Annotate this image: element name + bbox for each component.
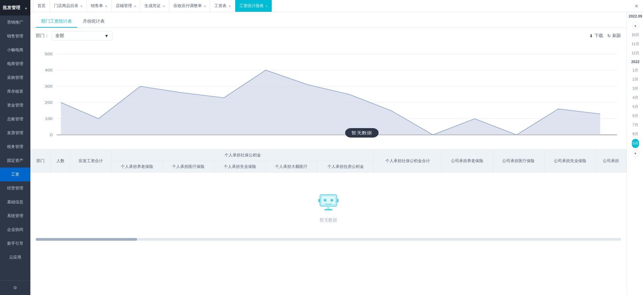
sidebar-item-ledger[interactable]: 总账管理 bbox=[0, 112, 30, 126]
empty-icon bbox=[315, 186, 342, 213]
sub-tab-dept-stats[interactable]: 部门工资统计表 bbox=[36, 16, 77, 28]
tab-label-store-manage: 店铺管理 bbox=[116, 3, 132, 9]
svg-text:500: 500 bbox=[45, 52, 53, 56]
timeline-item-3[interactable]: 3月 bbox=[630, 84, 640, 93]
sidebar-arrow: ▲ bbox=[24, 6, 28, 10]
sidebar-item-cloud[interactable]: 云应用 bbox=[0, 250, 30, 264]
sidebar-item-ecommerce-small[interactable]: 小畅电商 bbox=[0, 43, 30, 57]
sidebar-item-sales[interactable]: 销售管理 bbox=[0, 29, 30, 43]
scrollbar-thumb bbox=[36, 238, 137, 241]
tab-sales-order[interactable]: 销售单× bbox=[87, 0, 111, 12]
timeline-up-button[interactable]: ▲ bbox=[632, 22, 639, 29]
col-company-unemploy: 公司承担失业保险 bbox=[544, 150, 596, 173]
timeline-item-12[interactable]: 12月 bbox=[630, 49, 640, 58]
sub-tabs: 部门工资统计表月份统计表 bbox=[30, 12, 626, 28]
tab-store-manage[interactable]: 店铺管理× bbox=[112, 0, 140, 12]
svg-text:暂无数据: 暂无数据 bbox=[351, 130, 372, 135]
timeline-year-label: 2022.09 bbox=[628, 12, 643, 20]
tab-close-ar-ap-adjust[interactable]: × bbox=[204, 4, 206, 8]
refresh-icon: ↻ bbox=[607, 33, 611, 38]
sidebar-item-marketing[interactable]: 营销推广 bbox=[0, 16, 30, 29]
tab-home[interactable]: 首页 bbox=[33, 0, 50, 12]
content-area: 部门工资统计表月份统计表 部门： 全部 ▼ ⬇ 下载 bbox=[30, 12, 644, 295]
empty-label: 暂无数据 bbox=[320, 217, 337, 223]
tab-close-payroll[interactable]: × bbox=[229, 4, 231, 8]
timeline-item-2022[interactable]: 2022 bbox=[630, 58, 640, 66]
sidebar-title: 批发管理 bbox=[3, 5, 20, 11]
timeline-item-4[interactable]: 4月 bbox=[630, 93, 640, 102]
refresh-label: 刷新 bbox=[612, 33, 621, 39]
sidebar-item-ecommerce[interactable]: 电商管理 bbox=[0, 57, 30, 71]
sidebar-header[interactable]: 批发管理 ▲ bbox=[0, 0, 30, 16]
sidebar-item-funds[interactable]: 资金管理 bbox=[0, 98, 30, 112]
toolbar: 部门： 全部 ▼ ⬇ 下载 ↻ 刷新 bbox=[30, 28, 626, 44]
tab-payroll[interactable]: 工资表× bbox=[210, 0, 235, 12]
timeline-item-11[interactable]: 11月 bbox=[630, 39, 640, 49]
tabs-container: 首页门店商品目录×销售单×店铺管理×生成凭证×应收应付调整单×工资表×工资统计报… bbox=[33, 0, 272, 12]
timeline-items-container: 10月11月12月20221月2月3月4月5月6月7月8月9月 bbox=[630, 30, 640, 148]
timeline-item-7[interactable]: 7月 bbox=[630, 120, 640, 129]
dept-select-value: 全部 bbox=[55, 33, 64, 39]
settings-icon: ⚙ bbox=[13, 285, 17, 290]
toolbar-left: 部门： 全部 ▼ bbox=[36, 31, 112, 40]
horizontal-scrollbar[interactable] bbox=[36, 238, 621, 241]
main-area: 首页门店商品目录×销售单×店铺管理×生成凭证×应收应付调整单×工资表×工资统计报… bbox=[30, 0, 644, 295]
settings-button[interactable]: ⚙ bbox=[0, 280, 30, 295]
tab-salary-report[interactable]: 工资统计报表× bbox=[235, 0, 272, 12]
sidebar-item-salary[interactable]: 工资 bbox=[0, 168, 30, 181]
tab-label-sales-order: 销售单 bbox=[91, 3, 103, 9]
sidebar-item-purchase[interactable]: 采购管理 bbox=[0, 71, 30, 85]
dept-label: 部门： bbox=[36, 33, 49, 39]
svg-text:100: 100 bbox=[45, 117, 53, 121]
chart-area: 500 400 300 200 100 0 暂无数据 bbox=[30, 44, 626, 149]
table-area[interactable]: 部门 人数 应发工资合计 个人承担社保公积金 个人承担社保公积金合计 公司承担养… bbox=[30, 149, 626, 295]
sidebar-item-management[interactable]: 经营管理 bbox=[0, 181, 30, 195]
sub-tab-month-stats[interactable]: 月份统计表 bbox=[77, 16, 110, 28]
col-total-wage: 应发工资合计 bbox=[70, 150, 111, 173]
sidebar-item-fixed-assets[interactable]: 固定资产 bbox=[0, 154, 30, 168]
sidebar-item-invoice[interactable]: 发票管理 bbox=[0, 126, 30, 140]
tab-ar-ap-adjust[interactable]: 应收应付调整单× bbox=[169, 0, 210, 12]
svg-rect-21 bbox=[318, 199, 320, 202]
sidebar-item-basic-info[interactable]: 基础信息 bbox=[0, 195, 30, 209]
chevron-down-icon: ▼ bbox=[104, 33, 109, 38]
col-personal-pension: 个人承担养老保险 bbox=[111, 161, 163, 173]
tab-close-store-catalog[interactable]: × bbox=[80, 4, 82, 8]
tab-close-sales-order[interactable]: × bbox=[105, 4, 107, 8]
timeline-item-10[interactable]: 10月 bbox=[630, 30, 640, 39]
svg-point-17 bbox=[324, 199, 326, 202]
tab-bar: 首页门店商品目录×销售单×店铺管理×生成凭证×应收应付调整单×工资表×工资统计报… bbox=[30, 0, 644, 12]
col-company-pension: 公司承担养老保险 bbox=[441, 150, 493, 173]
timeline-item-8[interactable]: 8月 bbox=[630, 129, 640, 139]
svg-text:200: 200 bbox=[45, 100, 53, 105]
sidebar-item-inventory[interactable]: 库存核算 bbox=[0, 85, 30, 98]
dept-select[interactable]: 全部 ▼ bbox=[52, 31, 112, 40]
sidebar-item-tax[interactable]: 税务管理 bbox=[0, 140, 30, 154]
col-personal-social-total: 个人承担社保公积金合计 bbox=[374, 150, 441, 173]
tab-voucher[interactable]: 生成凭证× bbox=[140, 0, 169, 12]
sidebar: 批发管理 ▲ 营销推广销售管理小畅电商电商管理采购管理库存核算资金管理总账管理发… bbox=[0, 0, 30, 295]
download-icon: ⬇ bbox=[589, 33, 593, 38]
timeline-item-2[interactable]: 2月 bbox=[630, 75, 640, 84]
svg-point-18 bbox=[330, 199, 333, 202]
sidebar-item-enterprise[interactable]: 企业协同 bbox=[0, 223, 30, 237]
tab-close-voucher[interactable]: × bbox=[163, 4, 165, 8]
timeline-item-6[interactable]: 6月 bbox=[630, 111, 640, 120]
tab-close-salary-report[interactable]: × bbox=[266, 4, 268, 8]
toolbar-right: ⬇ 下载 ↻ 刷新 bbox=[589, 33, 621, 39]
col-dept: 部门 bbox=[31, 150, 51, 173]
tab-store-catalog[interactable]: 门店商品目录× bbox=[50, 0, 87, 12]
refresh-button[interactable]: ↻ 刷新 bbox=[607, 33, 621, 39]
col-personal-housing: 个人承担住房公积金 bbox=[317, 161, 374, 173]
timeline-item-5[interactable]: 5月 bbox=[630, 102, 640, 111]
timeline-item-1[interactable]: 1月 bbox=[630, 66, 640, 75]
timeline-item-9[interactable]: 9月 bbox=[632, 139, 639, 148]
close-all-button[interactable]: ✕ bbox=[632, 1, 641, 11]
sidebar-item-system[interactable]: 系统管理 bbox=[0, 209, 30, 223]
col-count: 人数 bbox=[50, 150, 70, 173]
svg-text:0: 0 bbox=[50, 133, 53, 137]
sidebar-item-guide[interactable]: 新手引导 bbox=[0, 237, 30, 250]
timeline-down-button[interactable]: ▼ bbox=[632, 150, 639, 157]
download-button[interactable]: ⬇ 下载 bbox=[589, 33, 603, 39]
tab-close-store-manage[interactable]: × bbox=[134, 4, 136, 8]
